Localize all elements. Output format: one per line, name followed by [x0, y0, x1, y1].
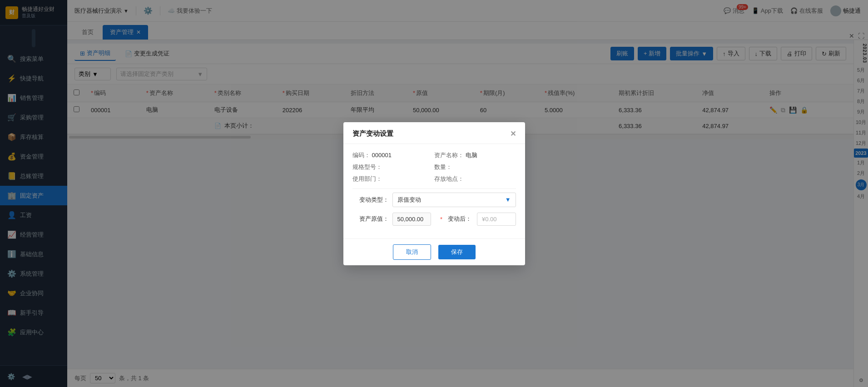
modal-divider: [352, 189, 516, 189]
save-button[interactable]: 保存: [438, 245, 476, 259]
after-change-input[interactable]: ¥0.00: [477, 213, 516, 226]
modal-asset-name-value: 电脑: [466, 151, 477, 159]
modal-change-type-row: 变动类型： 原值变动 ▼: [352, 193, 516, 207]
modal-body: 编码： 000001 资产名称： 电脑 规格型号： 数量： 使用部门：: [343, 144, 525, 238]
cancel-button[interactable]: 取消: [393, 244, 431, 260]
asset-change-modal: 资产变动设置 ✕ 编码： 000001 资产名称： 电脑 规格型号： 数量：: [343, 122, 525, 265]
modal-spec-item: 规格型号：: [352, 163, 434, 171]
modal-quantity-item: 数量：: [434, 163, 516, 171]
change-type-input[interactable]: 原值变动 ▼: [392, 193, 516, 207]
modal-title: 资产变动设置: [352, 129, 393, 138]
asset-value-display: 50,000.00: [392, 213, 431, 226]
modal-footer: 取消 保存: [343, 238, 525, 265]
modal-asset-name-item: 资产名称： 电脑: [434, 151, 516, 159]
modal-header: 资产变动设置 ✕: [343, 122, 525, 144]
modal-location-item: 存放地点：: [434, 175, 516, 183]
change-type-label: 变动类型：: [352, 196, 389, 204]
modal-code-item: 编码： 000001: [352, 151, 434, 159]
modal-close-icon[interactable]: ✕: [510, 129, 516, 138]
asset-value: 50,000.00: [397, 216, 424, 223]
required-star: *: [440, 216, 442, 223]
modal-value-row: 资产原值： 50,000.00 * 变动后： ¥0.00: [352, 213, 516, 226]
change-type-value: 原值变动: [397, 196, 421, 204]
modal-code-value: 000001: [372, 152, 392, 159]
modal-overlay: 资产变动设置 ✕ 编码： 000001 资产名称： 电脑 规格型号： 数量：: [0, 0, 868, 387]
asset-value-label: 资产原值：: [352, 215, 389, 223]
modal-department-item: 使用部门：: [352, 175, 434, 183]
after-change-placeholder: ¥0.00: [482, 216, 497, 223]
modal-info-grid: 编码： 000001 资产名称： 电脑 规格型号： 数量： 使用部门：: [352, 151, 516, 183]
change-type-chevron: ▼: [505, 196, 511, 203]
after-change-label: 变动后：: [448, 215, 471, 223]
